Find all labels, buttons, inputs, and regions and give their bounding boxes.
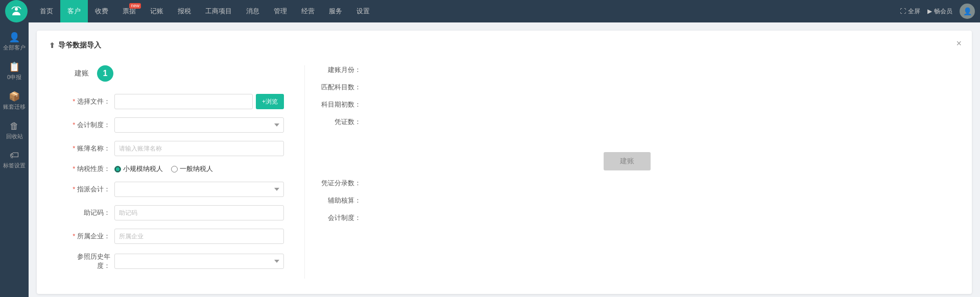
sidebar-item-3[interactable]: 🗑回收站 bbox=[0, 117, 29, 144]
close-button[interactable]: × bbox=[956, 39, 962, 48]
right-label-establish-month: 建账月份： bbox=[315, 65, 361, 75]
right-row-establish-month: 建账月份： bbox=[315, 65, 939, 75]
sidebar-label-1: 0申报 bbox=[7, 74, 21, 81]
right-label-auxiliary: 辅助核算： bbox=[315, 196, 361, 205]
label-select-file: 选择文件： bbox=[69, 97, 110, 106]
nav-item-设置[interactable]: 设置 bbox=[349, 0, 377, 22]
radio-general-input[interactable] bbox=[171, 166, 178, 172]
ref-year-select[interactable] bbox=[114, 254, 284, 269]
form-row-accounting: 会计制度： bbox=[69, 117, 284, 133]
card-title: ⬆ 导爷数据导入 bbox=[49, 41, 960, 50]
form-row-ledger: 账簿名称： bbox=[69, 141, 284, 156]
right-row-voucher-entries: 凭证分录数： bbox=[315, 179, 939, 188]
file-input[interactable] bbox=[114, 94, 253, 109]
sidebar: 👤全部客户📋0申报📦账套迁移🗑回收站🏷标签设置 bbox=[0, 22, 29, 297]
right-label-voucher-count: 凭证数： bbox=[315, 117, 361, 127]
radio-general-taxpayer[interactable]: 一般纳税人 bbox=[171, 164, 213, 174]
sidebar-label-3: 回收站 bbox=[6, 133, 23, 140]
nav-item-首页[interactable]: 首页 bbox=[33, 0, 60, 22]
label-assign-accountant: 指派会计： bbox=[69, 185, 110, 194]
avatar[interactable]: 👤 bbox=[960, 4, 975, 19]
assign-accountant-select[interactable] bbox=[114, 182, 284, 197]
form-row-file: 选择文件： +浏览 bbox=[69, 94, 284, 109]
right-row-subject-initial: 科目期初数： bbox=[315, 100, 939, 109]
nav-items: 首页客户收费票据new记账报税工商项目消息管理经营服务设置 bbox=[33, 0, 900, 22]
nav-item-记账[interactable]: 记账 bbox=[143, 0, 171, 22]
sidebar-label-0: 全部客户 bbox=[3, 44, 26, 51]
card-title-icon: ⬆ bbox=[49, 41, 55, 50]
vip-label: 畅会员 bbox=[934, 7, 952, 16]
form-right: 建账月份： 匹配科目数： 科目期初数： 凭证数： 建账 bbox=[304, 65, 939, 279]
step-circle: 1 bbox=[97, 65, 113, 82]
nav-item-收费[interactable]: 收费 bbox=[88, 0, 115, 22]
form-row-company: 所属企业： bbox=[69, 229, 284, 244]
sidebar-icon-2: 📦 bbox=[9, 91, 20, 102]
fullscreen-button[interactable]: ⛶ 全屏 bbox=[900, 7, 920, 16]
accounting-system-select[interactable] bbox=[114, 117, 284, 133]
form-row-accountant: 指派会计： bbox=[69, 182, 284, 197]
right-label-subject-initial: 科目期初数： bbox=[315, 100, 361, 109]
sidebar-icon-0: 👤 bbox=[9, 32, 20, 43]
tax-radio-group: 小规模纳税人 一般纳税人 bbox=[114, 164, 284, 174]
label-ledger-name: 账簿名称： bbox=[69, 144, 110, 153]
file-input-group: +浏览 bbox=[114, 94, 284, 109]
sidebar-item-0[interactable]: 👤全部客户 bbox=[0, 28, 29, 55]
right-row-voucher-count: 凭证数： bbox=[315, 117, 939, 127]
company-input[interactable] bbox=[114, 229, 284, 244]
nav-item-客户[interactable]: 客户 bbox=[60, 0, 88, 22]
sidebar-item-2[interactable]: 📦账套迁移 bbox=[0, 87, 29, 114]
label-memo-code: 助记码： bbox=[69, 208, 110, 217]
establish-button[interactable]: 建账 bbox=[604, 152, 651, 170]
form-container: 建账 1 选择文件： +浏览 会计制度： bbox=[49, 60, 960, 284]
topnav: 首页客户收费票据new记账报税工商项目消息管理经营服务设置 ⛶ 全屏 ▶ 畅会员… bbox=[0, 0, 980, 22]
radio-small-input[interactable] bbox=[114, 166, 121, 172]
form-left: 建账 1 选择文件： +浏览 会计制度： bbox=[69, 65, 284, 279]
sidebar-icon-4: 🏷 bbox=[10, 150, 19, 161]
svg-point-0 bbox=[15, 8, 18, 11]
nav-item-消息[interactable]: 消息 bbox=[239, 0, 267, 22]
nav-item-报税[interactable]: 报税 bbox=[171, 0, 198, 22]
vip-icon: ▶ bbox=[927, 8, 932, 15]
nav-item-服务[interactable]: 服务 bbox=[322, 0, 349, 22]
sidebar-label-2: 账套迁移 bbox=[3, 104, 26, 110]
form-row-ref-year: 参照历史年度： bbox=[69, 252, 284, 270]
badge-new: new bbox=[129, 3, 141, 9]
step-row: 建账 1 bbox=[69, 65, 284, 82]
sidebar-icon-1: 📋 bbox=[9, 61, 20, 72]
right-label-accounting-system-right: 会计制度： bbox=[315, 213, 361, 222]
browse-button[interactable]: +浏览 bbox=[256, 94, 284, 109]
sidebar-item-4[interactable]: 🏷标签设置 bbox=[0, 146, 29, 173]
card-title-text: 导爷数据导入 bbox=[58, 41, 101, 50]
vip-button[interactable]: ▶ 畅会员 bbox=[927, 7, 952, 16]
step-label: 建账 bbox=[75, 69, 89, 78]
label-tax-type: 纳税性质： bbox=[69, 164, 110, 174]
establish-btn-wrap: 建账 bbox=[315, 142, 939, 170]
form-row-tax: 纳税性质： 小规模纳税人 一般纳税人 bbox=[69, 164, 284, 174]
sidebar-label-4: 标签设置 bbox=[3, 162, 26, 169]
fullscreen-label: 全屏 bbox=[908, 7, 920, 16]
memo-code-input[interactable] bbox=[114, 205, 284, 220]
main-card: ⬆ 导爷数据导入 × 建账 1 选择文件： +浏览 bbox=[37, 31, 972, 294]
radio-general-label: 一般纳税人 bbox=[180, 164, 213, 174]
ledger-name-input[interactable] bbox=[114, 141, 284, 156]
right-row-match-subjects: 匹配科目数： bbox=[315, 83, 939, 92]
sidebar-item-1[interactable]: 📋0申报 bbox=[0, 57, 29, 85]
fullscreen-icon: ⛶ bbox=[900, 8, 906, 15]
label-accounting-system: 会计制度： bbox=[69, 120, 110, 130]
right-row-accounting-system: 会计制度： bbox=[315, 213, 939, 222]
right-label-match-subjects: 匹配科目数： bbox=[315, 83, 361, 92]
app-logo[interactable] bbox=[5, 0, 28, 22]
radio-small-taxpayer[interactable]: 小规模纳税人 bbox=[114, 164, 163, 174]
label-company: 所属企业： bbox=[69, 232, 110, 241]
label-ref-year: 参照历史年度： bbox=[69, 252, 110, 270]
right-label-voucher-entries: 凭证分录数： bbox=[315, 179, 361, 188]
radio-small-label: 小规模纳税人 bbox=[123, 164, 163, 174]
main-area: ⬆ 导爷数据导入 × 建账 1 选择文件： +浏览 bbox=[29, 22, 980, 297]
nav-item-经营[interactable]: 经营 bbox=[294, 0, 322, 22]
form-row-memo: 助记码： bbox=[69, 205, 284, 220]
topnav-right: ⛶ 全屏 ▶ 畅会员 👤 bbox=[900, 4, 975, 19]
sidebar-icon-3: 🗑 bbox=[10, 121, 19, 132]
nav-item-工商项目[interactable]: 工商项目 bbox=[198, 0, 239, 22]
nav-item-管理[interactable]: 管理 bbox=[267, 0, 294, 22]
nav-item-票据[interactable]: 票据new bbox=[115, 0, 143, 22]
